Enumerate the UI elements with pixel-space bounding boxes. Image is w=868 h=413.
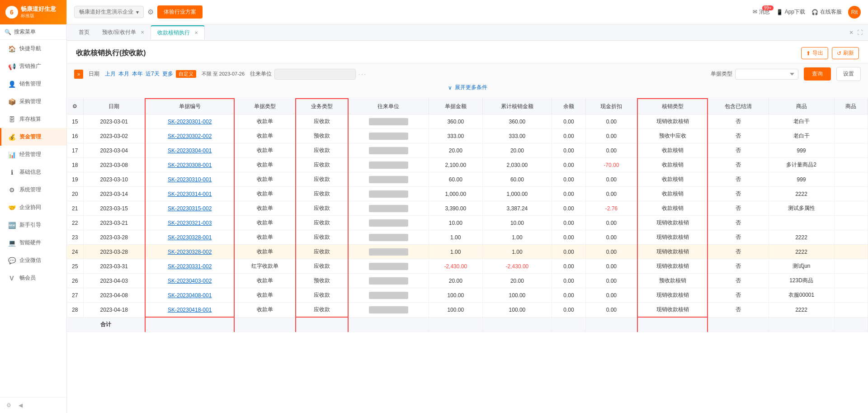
cell-discount: 0.00 [585,288,637,303]
col-header-verified[interactable]: 累计核销金额 [482,99,552,114]
col-header-doctype[interactable]: 单据类型 [234,99,296,114]
settings-icon[interactable]: ⚙ [6,402,11,408]
date-btn-this-month[interactable]: 本月 [118,70,129,78]
user-avatar[interactable]: Rit [848,6,861,19]
cell-product1: 老白干 [769,129,834,143]
cell-included: 否 [708,245,769,259]
sidebar-item-purchase[interactable]: 📦 采购管理 [0,93,66,110]
cell-xstype: 现销收款核销 [637,230,708,245]
date-custom-btn[interactable]: 自定义 [176,70,196,78]
sidebar-item-quick-nav[interactable]: 🏠 快捷导航 [0,40,66,57]
sn-link[interactable]: SK-20230302-002 [168,133,212,139]
date-btn-7days[interactable]: 近7天 [146,70,160,78]
col-header-sn[interactable]: 单据编号 [145,99,234,114]
col-header-balance[interactable]: 余额 [552,99,585,114]
col-header-partner[interactable]: 往来单位 [348,99,429,114]
sn-link[interactable]: SK-20230403-002 [168,278,212,284]
sn-link[interactable]: SK-20230315-002 [168,205,212,212]
col-header-biztype[interactable]: 业务类型 [296,99,348,114]
sidebar-item-basic[interactable]: ℹ 基础信息 [0,163,66,181]
col-header-amount[interactable]: 单据金额 [429,99,483,114]
cell-doctype: 收款单 [234,201,296,216]
sidebar-item-hardware[interactable]: 💻 智能硬件 [0,234,66,252]
sidebar-item-marketing[interactable]: 📢 营销推广 [0,57,66,75]
sn-link[interactable]: SK-20230418-001 [168,307,212,313]
date-btn-more[interactable]: 更多 [162,70,173,78]
sidebar-item-member[interactable]: V 畅会员 [0,269,66,287]
cell-amount: 3,390.00 [429,201,483,216]
sn-link[interactable]: SK-20230321-003 [168,220,212,226]
cell-no: 25 [67,259,83,274]
cell-date: 2023-03-28 [83,245,145,259]
app-download-btn[interactable]: 📱 App下载 [776,8,805,16]
sn-link[interactable]: SK-20230304-001 [168,147,212,154]
col-header-included[interactable]: 包含已结清 [708,99,769,114]
cell-verified: 100.00 [482,303,552,318]
settings-button[interactable]: 设置 [836,67,861,81]
settings-gear-icon[interactable]: ⚙ [147,8,154,16]
sn-link[interactable]: SK-20230328-001 [168,234,212,241]
tab-prepay-close[interactable]: ✕ [141,30,144,35]
cell-date: 2023-03-01 [83,114,145,129]
sidebar-item-guide[interactable]: 🆕 新手引导 [0,216,66,234]
cell-product1: 2222 [769,187,834,201]
industry-btn[interactable]: 体验行业方案 [157,5,203,19]
page-title: 收款核销执行(按收款) [76,48,146,58]
cell-product2 [834,114,868,129]
table-row: 17 2023-03-04 SK-20230304-001 收款单 应收款 ██… [67,143,868,158]
date-btn-last-month[interactable]: 上月 [105,70,116,78]
sidebar-item-operations[interactable]: 📊 经营管理 [0,146,66,163]
col-header-date[interactable]: 日期 [83,99,145,114]
collapse-icon[interactable]: ◀ [19,402,23,408]
search-menu-item[interactable]: 🔍 搜索菜单 [0,24,66,40]
tab-prepay[interactable]: 预收/应收付单 ✕ [96,26,151,39]
service-btn[interactable]: 🎧 在线客服 [811,8,842,16]
col-header-xstype[interactable]: 核销类型 [637,99,708,114]
cell-date: 2023-03-14 [83,187,145,201]
expand-more-btn[interactable]: ∨ 展开更多条件 [74,81,861,94]
export-button[interactable]: ⬆ 导出 [801,47,828,59]
close-all-icon[interactable]: ✕ [849,29,854,36]
sn-link[interactable]: SK-20230408-001 [168,292,212,299]
sn-link[interactable]: SK-20230331-002 [168,263,212,270]
company-selector[interactable]: 畅康道好生意演示企业 ▾ [74,6,144,18]
maximize-icon[interactable]: ⛶ [857,29,863,36]
col-header-product1[interactable]: 商品 [769,99,834,114]
tab-collection-close[interactable]: ✕ [194,30,198,35]
doc-type-select[interactable] [735,69,798,80]
cell-balance: 0.00 [552,288,585,303]
sidebar-item-finance[interactable]: 💰 资金管理 [0,128,66,146]
message-btn[interactable]: ✉ 消息 99+ [753,8,769,16]
col-header-product2[interactable]: 商品 [834,99,868,114]
cell-included: 否 [708,143,769,158]
query-button[interactable]: 查询 [804,67,831,81]
cell-verified: 1,000.00 [482,187,552,201]
sn-link[interactable]: SK-20230301-002 [168,119,212,125]
refresh-button[interactable]: ↺ 刷新 [832,47,859,59]
tab-home[interactable]: 首页 [72,26,96,39]
col-header-discount[interactable]: 现金折扣 [585,99,637,114]
sn-link[interactable]: SK-20230314-001 [168,191,212,197]
partner-input[interactable] [274,69,356,80]
sidebar-item-wechat[interactable]: 💬 企业微信 [0,252,66,269]
cell-verified: 20.00 [482,143,552,158]
cell-amount: -2,430.00 [429,259,483,274]
cell-no: 19 [67,172,83,187]
tab-collection[interactable]: 收款核销执行 ✕ [151,25,205,39]
sidebar-item-sales[interactable]: 👤 销售管理 [0,75,66,93]
table-row: 28 2023-04-18 SK-20230418-001 收款单 应收款 ██… [67,303,868,318]
sn-link[interactable]: SK-20230308-001 [168,162,212,168]
col-header-setting[interactable]: ⚙ [67,99,83,114]
sn-link[interactable]: SK-20230328-002 [168,249,212,255]
sidebar-item-system[interactable]: ⚙ 系统管理 [0,181,66,199]
cell-amount: 360.00 [429,114,483,129]
cell-biztype: 应收款 [296,187,348,201]
footer-doctype [234,317,296,332]
cell-discount: 0.00 [585,129,637,143]
sidebar-item-inventory[interactable]: 🗄 库存核算 [0,110,66,128]
filter-toggle-btn[interactable]: » [74,70,83,79]
date-btn-this-year[interactable]: 本年 [132,70,143,78]
sidebar-item-enterprise[interactable]: 🤝 企业协同 [0,199,66,216]
sn-link[interactable]: SK-20230310-001 [168,176,212,183]
cell-product2 [834,303,868,318]
